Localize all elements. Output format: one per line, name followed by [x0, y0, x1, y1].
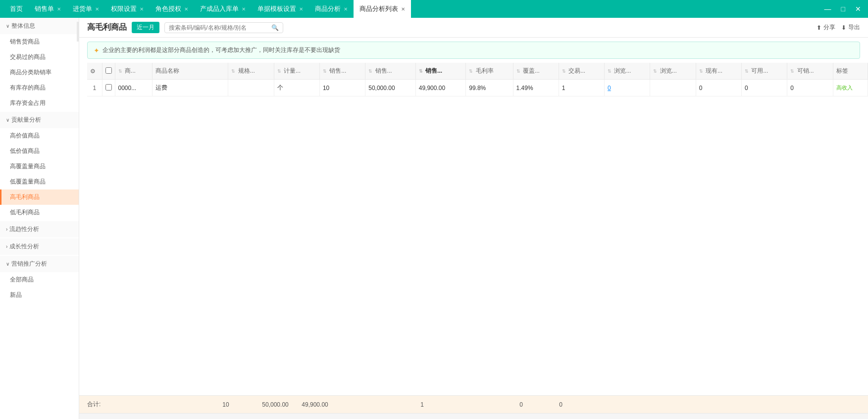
col-checkbox — [102, 63, 115, 80]
close-permission-settings[interactable]: ✕ — [140, 6, 144, 12]
row-current: 0 — [696, 80, 741, 96]
sidebar-group-trend: › 流趋性分析 — [0, 221, 79, 237]
sidebar-group-overall: ∨ 整体信息 销售货商品 交易过的商品 商品分类助销率 有库存的商品 库存资金占… — [0, 18, 79, 111]
collapse-arrow-overall: ∨ — [6, 23, 9, 29]
search-icon[interactable]: 🔍 — [271, 24, 279, 31]
sidebar-item-sales-goods[interactable]: 销售货商品 — [0, 34, 79, 49]
col-available[interactable]: ⇅ 可用... — [741, 63, 787, 80]
col-sales2[interactable]: ⇅ 销售... — [365, 63, 416, 80]
col-spec[interactable]: ⇅ 规格... — [228, 63, 274, 80]
sidebar-item-traded-goods[interactable]: 交易过的商品 — [0, 49, 79, 65]
sidebar-item-high-margin[interactable]: 高毛利商品 — [0, 189, 79, 205]
window-controls: — □ ✕ — [821, 4, 864, 14]
col-saleable[interactable]: ⇅ 可销... — [787, 63, 833, 80]
close-sales-order[interactable]: ✕ — [57, 6, 61, 12]
data-table: ⚙ ⇅ 商... 商品名称 ⇅ — [87, 63, 868, 96]
row-transactions: 1 — [559, 80, 604, 96]
share-button[interactable]: ⬆ 分享 — [817, 23, 835, 32]
row-coverage: 1.49% — [513, 80, 559, 96]
nav-finished-goods[interactable]: 产成品入库单 ✕ — [194, 0, 252, 18]
collapse-arrow-marketing: ∨ — [6, 261, 9, 267]
table-footer: 合计: 10 50,000.00 49,900.00 1 0 0 — [79, 395, 868, 413]
sidebar-group-contribution-header[interactable]: ∨ 贡献量分析 — [0, 112, 79, 128]
close-product-analysis[interactable]: ✕ — [344, 6, 348, 12]
content-area: 高毛利商品 近一月 🔍 ⬆ 分享 ⬇ 导出 ✦ 企业的主要的利润都是这部分商品创… — [79, 18, 868, 419]
table-row: 1 0000... 运费 — [87, 80, 868, 96]
nav-purchase-order[interactable]: 进货单 ✕ — [67, 0, 105, 18]
col-browse2[interactable]: ⇅ 浏览... — [650, 63, 696, 80]
time-filter-button[interactable]: 近一月 — [132, 22, 159, 33]
sidebar-item-stock-capital[interactable]: 库存资金占用 — [0, 95, 79, 111]
export-button[interactable]: ⬇ 导出 — [841, 23, 860, 32]
col-browse1[interactable]: ⇅ 浏览... — [605, 63, 650, 80]
sidebar-item-category-rate[interactable]: 商品分类助销率 — [0, 65, 79, 80]
sidebar-group-trend-header[interactable]: › 流趋性分析 — [0, 221, 79, 237]
sidebar-item-new-goods[interactable]: 新品 — [0, 287, 79, 303]
sidebar-group-marketing-header[interactable]: ∨ 营销推广分析 — [0, 256, 79, 272]
col-tag[interactable]: 标签 — [833, 63, 868, 80]
close-finished-goods[interactable]: ✕ — [242, 6, 246, 12]
sidebar-item-high-coverage[interactable]: 高覆盖量商品 — [0, 159, 79, 174]
search-input[interactable] — [169, 24, 271, 31]
sidebar-item-low-value[interactable]: 低价值商品 — [0, 143, 79, 159]
header-actions: ⬆ 分享 ⬇ 导出 — [817, 23, 860, 32]
window-maximize[interactable]: □ — [838, 4, 848, 14]
footer-transactions: 1 — [417, 401, 457, 408]
info-banner: ✦ 企业的主要的利润都是这部分商品创造的，可考虑加大推广，同时关注库存是不要出现… — [87, 42, 860, 59]
footer-available: 0 — [556, 401, 596, 408]
horizontal-scrollbar[interactable] — [79, 413, 868, 419]
nav-sales-order[interactable]: 销售单 ✕ — [29, 0, 67, 18]
footer-label: 合计: — [87, 400, 101, 409]
footer-spacer3 — [457, 401, 516, 408]
nav-product-analysis-list[interactable]: 商品分析列表 ✕ — [354, 0, 411, 18]
collapse-arrow-contribution: ∨ — [6, 117, 9, 123]
col-unit[interactable]: ⇅ 计量... — [274, 63, 319, 80]
nav-role-auth[interactable]: 角色授权 ✕ — [150, 0, 194, 18]
select-all-checkbox[interactable] — [105, 67, 112, 74]
row-tag: 高收入 — [833, 80, 868, 96]
search-box: 🔍 — [164, 22, 283, 33]
nav-home[interactable]: 首页 — [4, 0, 29, 18]
col-gross-rate[interactable]: ⇅ 毛利率 — [466, 63, 513, 80]
col-current[interactable]: ⇅ 现有... — [696, 63, 741, 80]
sidebar-item-all-goods[interactable]: 全部商品 — [0, 272, 79, 287]
sidebar-item-low-margin[interactable]: 低毛利商品 — [0, 205, 79, 220]
row-checkbox[interactable] — [105, 84, 112, 91]
collapse-arrow-trend: › — [6, 227, 7, 232]
sidebar-collapse-button[interactable]: « — [77, 22, 79, 42]
close-template-settings[interactable]: ✕ — [299, 6, 303, 12]
settings-icon[interactable]: ⚙ — [90, 68, 96, 75]
row-browse1: 0 — [605, 80, 650, 96]
footer-spacer1 — [120, 401, 219, 408]
window-minimize[interactable]: — — [821, 4, 834, 14]
sidebar-item-low-coverage[interactable]: 低覆盖量商品 — [0, 174, 79, 189]
share-icon: ⬆ — [817, 24, 821, 31]
nav-product-analysis[interactable]: 商品分析 ✕ — [309, 0, 354, 18]
nav-permission-settings[interactable]: 权限设置 ✕ — [105, 0, 150, 18]
footer-sales2: 50,000.00 — [259, 401, 299, 408]
collapse-arrow-growth: › — [6, 244, 7, 249]
sidebar-group-overall-header[interactable]: ∨ 整体信息 — [0, 18, 79, 34]
close-purchase-order[interactable]: ✕ — [95, 6, 99, 12]
col-num: ⚙ — [87, 63, 102, 80]
sidebar-item-high-value[interactable]: 高价值商品 — [0, 128, 79, 143]
close-role-auth[interactable]: ✕ — [184, 6, 188, 12]
main-layout: « ∨ 整体信息 销售货商品 交易过的商品 商品分类助销率 有库存的商品 库存资… — [0, 18, 868, 419]
sidebar-group-growth-header[interactable]: › 成长性分析 — [0, 238, 79, 255]
col-coverage[interactable]: ⇅ 覆盖... — [513, 63, 559, 80]
window-close[interactable]: ✕ — [852, 4, 864, 14]
col-sales1[interactable]: ⇅ 销售... — [319, 63, 365, 80]
col-sales3[interactable]: ⇅ 销售... — [415, 63, 466, 80]
row-num: 1 — [87, 80, 102, 96]
data-table-container: ⚙ ⇅ 商... 商品名称 ⇅ — [87, 63, 868, 395]
row-sales1: 10 — [319, 80, 365, 96]
row-name: 运费 — [153, 80, 228, 96]
close-product-analysis-list[interactable]: ✕ — [401, 6, 405, 12]
nav-template-settings[interactable]: 单据模板设置 ✕ — [252, 0, 309, 18]
row-unit: 个 — [274, 80, 319, 96]
col-transactions[interactable]: ⇅ 交易... — [559, 63, 604, 80]
col-code[interactable]: ⇅ 商... — [115, 63, 153, 80]
footer-spacer2 — [338, 401, 417, 408]
col-name[interactable]: 商品名称 — [153, 63, 228, 80]
sidebar-item-stocked-goods[interactable]: 有库存的商品 — [0, 80, 79, 95]
